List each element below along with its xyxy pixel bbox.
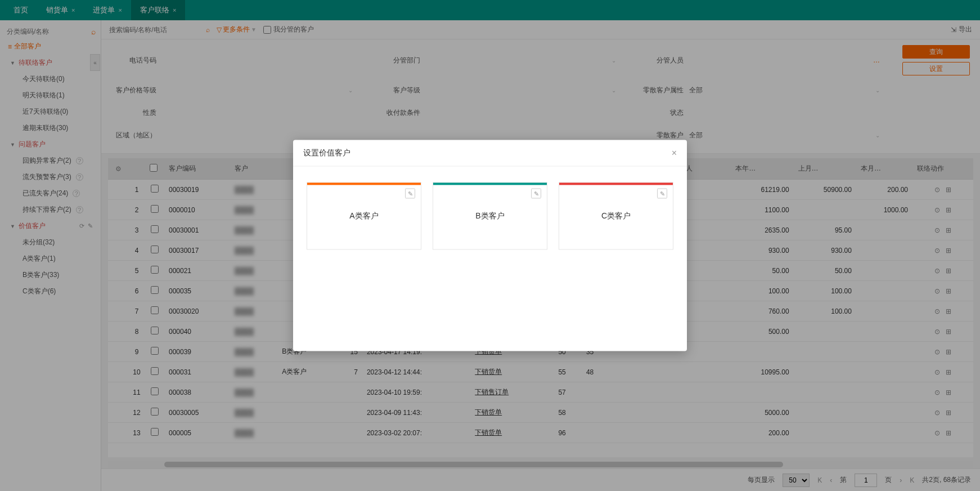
value-customer-modal: 设置价值客户 × ✎A类客户 ✎B类客户 ✎C类客户 (293, 140, 687, 351)
value-card-c[interactable]: ✎C类客户 (559, 182, 673, 250)
card-label: A类客户 (349, 211, 378, 221)
edit-icon[interactable]: ✎ (657, 189, 667, 199)
value-card-a[interactable]: ✎A类客户 (307, 182, 421, 250)
card-label: C类客户 (601, 211, 631, 221)
edit-icon[interactable]: ✎ (405, 189, 415, 199)
value-card-b[interactable]: ✎B类客户 (433, 182, 547, 250)
close-icon[interactable]: × (672, 148, 677, 158)
card-label: B类客户 (475, 211, 504, 221)
edit-icon[interactable]: ✎ (531, 189, 541, 199)
modal-title: 设置价值客户 (303, 148, 350, 158)
